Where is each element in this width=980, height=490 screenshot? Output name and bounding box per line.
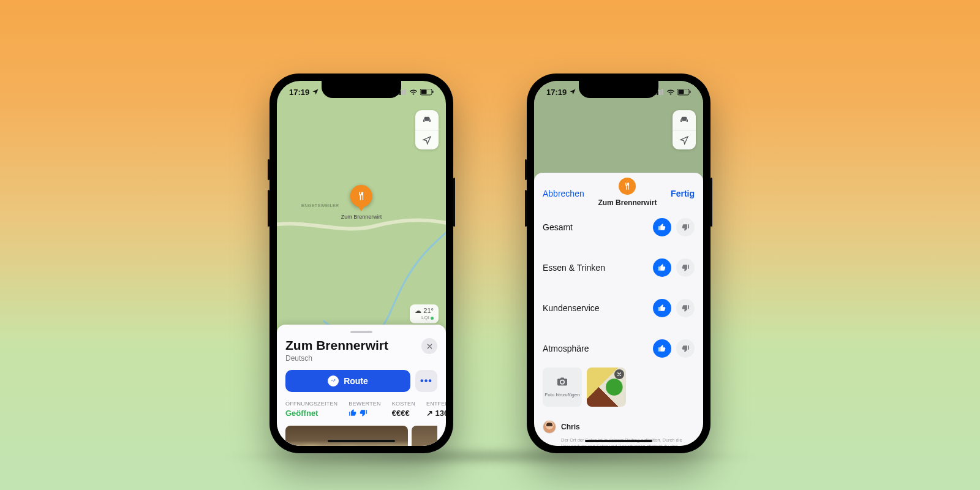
svg-rect-2 [402, 90, 404, 95]
remove-photo-button[interactable] [614, 369, 624, 379]
map-road-label: ENGETSWEILER [301, 203, 339, 208]
locate-me-button[interactable] [415, 130, 439, 149]
rating-row-food: Essen & Trinken [543, 247, 695, 288]
place-title: Zum Brennerwirt [285, 338, 388, 353]
map-controls [415, 110, 439, 149]
svg-rect-3 [404, 89, 406, 95]
distance-label: ENTFERNUNG [426, 401, 446, 407]
thumbs-up-button[interactable] [653, 258, 671, 277]
place-photo[interactable] [412, 426, 437, 446]
phone-right: 17:19 Abbrechen [527, 74, 710, 453]
place-pin[interactable]: Zum Brennerwirt [341, 185, 382, 220]
thumbs-down-icon [681, 263, 690, 272]
close-icon [426, 343, 433, 350]
car-icon [679, 115, 690, 126]
thumbs-down-icon [359, 409, 368, 417]
avatar [543, 420, 556, 434]
sheet-grabber[interactable] [350, 331, 372, 333]
svg-rect-5 [421, 89, 427, 94]
wifi-icon [409, 89, 418, 95]
map-mode-button[interactable] [415, 110, 439, 130]
location-services-icon [312, 88, 319, 96]
thumbs-up-icon [658, 344, 666, 353]
restaurant-icon [356, 191, 366, 201]
thumbs-down-button[interactable] [676, 339, 695, 358]
thumbs-up-icon [658, 304, 666, 312]
close-button[interactable] [421, 338, 437, 354]
location-services-icon [569, 88, 576, 96]
hours-value: Geöffnet [285, 409, 337, 418]
home-indicator[interactable] [328, 440, 395, 442]
wifi-icon [666, 89, 675, 95]
thumbs-up-button[interactable] [653, 339, 671, 358]
device-notch [322, 81, 401, 98]
thumbs-down-icon [681, 304, 690, 312]
device-notch [579, 81, 658, 98]
more-button[interactable]: ••• [415, 370, 437, 392]
weather-badge[interactable]: ☁︎ 21° LQI [410, 304, 439, 323]
user-name: Chris [561, 423, 580, 431]
status-time: 17:19 [546, 88, 567, 97]
pin-label: Zum Brennerwirt [341, 214, 382, 220]
thumbs-down-button[interactable] [676, 218, 695, 236]
locate-me-button[interactable] [673, 130, 696, 149]
restaurant-icon [623, 182, 631, 190]
status-time: 17:19 [289, 88, 309, 97]
rating-row-service: Kundenservice [543, 288, 695, 328]
thumbs-up-button[interactable] [653, 218, 671, 236]
thumbs-down-icon [681, 223, 690, 232]
close-icon [617, 372, 622, 377]
review-sheet: Abbrechen Zum Brennerwirt Fertig Gesamt [534, 173, 703, 446]
rating-row-overall: Gesamt [543, 207, 695, 247]
battery-icon [420, 89, 434, 96]
svg-rect-6 [432, 91, 434, 93]
phone-left: 17:19 ENGETSWEILER [270, 74, 453, 453]
uploaded-photo[interactable] [587, 368, 626, 407]
car-icon [421, 115, 432, 126]
review-place-name: Zum Brennerwirt [598, 198, 657, 207]
distance-value: ↗ 136 km [426, 409, 446, 418]
cloud-icon: ☁︎ [415, 307, 421, 314]
add-photo-button[interactable]: Foto hinzufügen [543, 368, 582, 407]
review-author: Chris [543, 420, 695, 434]
cancel-button[interactable]: Abbrechen [543, 189, 584, 198]
svg-rect-13 [690, 91, 691, 93]
thumbs-down-icon [681, 344, 690, 353]
thumbs-up-icon [658, 223, 666, 232]
thumbs-up-icon [349, 409, 357, 417]
place-category: Deutsch [285, 354, 388, 363]
hours-label: ÖFFNUNGSZEITEN [285, 401, 337, 407]
camera-icon [556, 377, 568, 390]
svg-rect-9 [659, 90, 661, 95]
rate-label: BEWERTEN [349, 401, 380, 407]
rate-value[interactable] [349, 409, 368, 417]
place-sheet[interactable]: Zum Brennerwirt Deutsch Route [277, 325, 446, 446]
cost-value: €€€€ [392, 409, 415, 418]
svg-rect-10 [662, 89, 663, 95]
place-stats: ÖFFNUNGSZEITEN Geöffnet BEWERTEN KOSTEN … [285, 401, 437, 418]
location-arrow-icon [422, 135, 432, 145]
thumbs-up-button[interactable] [653, 299, 671, 317]
battery-icon [677, 89, 691, 96]
location-arrow-icon [679, 135, 689, 145]
thumbs-down-button[interactable] [676, 258, 695, 277]
thumbs-down-button[interactable] [676, 299, 695, 317]
rating-row-atmosphere: Atmosphäre [543, 328, 695, 364]
svg-rect-12 [679, 89, 684, 94]
route-button[interactable]: Route [285, 370, 410, 392]
thumbs-up-icon [658, 263, 666, 272]
home-indicator[interactable] [585, 440, 652, 442]
directions-icon [330, 378, 337, 385]
ellipsis-icon: ••• [420, 375, 432, 386]
cost-label: KOSTEN [392, 401, 415, 407]
review-header-pin: Zum Brennerwirt [598, 178, 657, 207]
map-controls [673, 110, 696, 149]
place-photo[interactable] [285, 426, 408, 446]
photo-carousel[interactable] [285, 426, 437, 446]
map-mode-button[interactable] [673, 110, 696, 130]
done-button[interactable]: Fertig [671, 189, 695, 198]
